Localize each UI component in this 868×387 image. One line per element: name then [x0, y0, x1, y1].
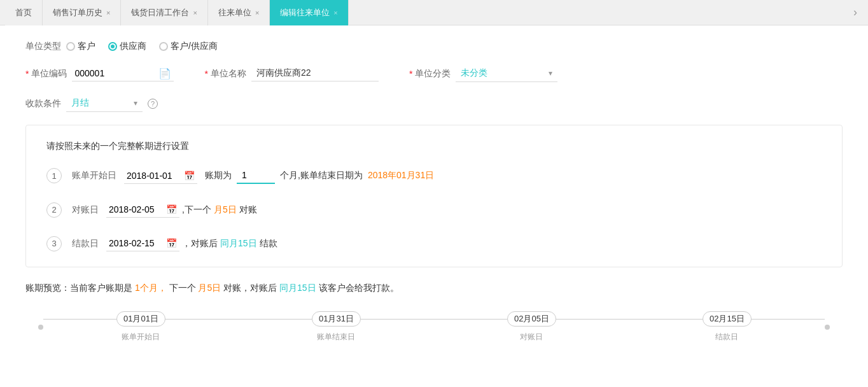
tab-edit-partner-label: 编辑往来单位: [280, 7, 330, 18]
page-content: 单位类型 客户 供应商 客户/供应商 * 单位编码: [0, 25, 868, 387]
preview-part1: 1个月，: [135, 283, 167, 293]
unit-code-input[interactable]: [72, 66, 156, 81]
step-3-number: 3: [46, 236, 62, 251]
timeline-node-1-label: 账单开始日: [122, 332, 160, 342]
step-2-date-wrap: 📅: [106, 202, 179, 218]
section-title: 请按照未来的一个完整帐期进行设置: [46, 141, 822, 152]
unit-name-star: *: [204, 69, 207, 79]
step-2-suffix-before: ,下一个: [182, 204, 211, 216]
unit-name-group: * 单位名称: [204, 66, 378, 81]
radio-both-circle: [159, 42, 168, 51]
preview-part4: 该客户会给我打款。: [319, 283, 399, 293]
payment-terms-help[interactable]: ?: [148, 99, 158, 109]
step-1-date-input[interactable]: [124, 168, 181, 183]
preview-text: 账期预览：当前客户账期是 1个月， 下一个 月5日 对账，对账后 同月15日 该…: [25, 280, 843, 296]
tab-partner-units[interactable]: 往来单位 ×: [208, 0, 270, 25]
tab-home[interactable]: 首页: [5, 0, 43, 25]
step-2-calendar-icon[interactable]: 📅: [164, 204, 179, 215]
unit-category-label: 单位分类: [415, 68, 451, 80]
timeline: 01月01日 账单开始日 01月31日 账单结束日 02月05日 对账日 02月…: [25, 311, 843, 342]
tab-cash-workbench-label: 钱货日清工作台: [131, 7, 189, 18]
timeline-start-dot: [38, 325, 43, 330]
tab-cash-workbench[interactable]: 钱货日清工作台 ×: [121, 0, 207, 25]
preview-part2-highlight: 月5日: [198, 283, 221, 293]
tab-sales-history-label: 销售订单历史: [53, 7, 102, 18]
tab-sales-history-close[interactable]: ×: [106, 9, 110, 17]
radio-supplier[interactable]: 供应商: [108, 41, 146, 52]
radio-both-label: 客户/供应商: [171, 41, 218, 52]
radio-customer[interactable]: 客户: [66, 41, 95, 52]
unit-name-label: 单位名称: [211, 68, 246, 80]
tab-partner-units-close[interactable]: ×: [255, 9, 259, 17]
preview-part2-before: 下一个: [169, 283, 196, 293]
timeline-node-2: 01月31日 账单结束日: [312, 311, 361, 342]
step-2-label: 对账日: [72, 204, 99, 216]
preview-part3-highlight: 同月15日: [279, 283, 316, 293]
payment-terms-select[interactable]: 月结 ▾: [66, 95, 143, 112]
unit-category-group: * 单位分类 未分类 ▾: [409, 65, 557, 82]
step-1-period-end: 2018年01月31日: [368, 170, 434, 181]
step-1-calendar-icon[interactable]: 📅: [181, 171, 197, 181]
timeline-node-2-bubble: 01月31日: [312, 311, 361, 327]
timeline-nodes: 01月01日 账单开始日 01月31日 账单结束日 02月05日 对账日 02月…: [43, 311, 825, 342]
step-1-period-unit: 个月,账单结束日期为: [280, 170, 363, 181]
radio-supplier-label: 供应商: [120, 41, 146, 52]
radio-both[interactable]: 客户/供应商: [159, 41, 218, 52]
radio-supplier-circle: [108, 42, 117, 51]
preview-label: 账期预览：当前客户账期是: [25, 283, 132, 293]
timeline-node-3-label: 对账日: [520, 332, 543, 342]
unit-details-row: * 单位编码 📄 * 单位名称 * 单位分类 未分类 ▾: [25, 65, 843, 82]
tabs-bar: 首页 销售订单历史 × 钱货日清工作台 × 往来单位 × 编辑往来单位 × ›: [0, 0, 868, 25]
payment-terms-value: 月结: [71, 97, 131, 109]
unit-code-group: * 单位编码 📄: [25, 66, 174, 81]
step-2-suffix-highlight: 月5日: [214, 204, 237, 216]
step-3-suffix-after: 结款: [260, 238, 277, 250]
step-2-suffix-after: 对账: [239, 204, 257, 216]
step-1-date-wrap: 📅: [124, 168, 197, 184]
step-1-number: 1: [46, 168, 62, 183]
timeline-node-4: 02月15日 结款日: [703, 311, 752, 342]
payment-terms-arrow: ▾: [134, 99, 137, 108]
unit-category-value: 未分类: [461, 67, 546, 79]
unit-category-star: *: [409, 69, 412, 79]
unit-type-radio-group: 客户 供应商 客户/供应商: [66, 41, 218, 52]
tab-cash-workbench-close[interactable]: ×: [193, 9, 197, 17]
tab-sales-history[interactable]: 销售订单历史 ×: [43, 0, 121, 25]
radio-customer-circle: [66, 42, 75, 51]
payment-terms-row: 收款条件 月结 ▾ ?: [25, 95, 843, 112]
unit-category-arrow: ▾: [549, 69, 552, 78]
timeline-node-3-bubble: 02月05日: [507, 311, 556, 327]
step-2-row: 2 对账日 📅 ,下一个 月5日 对账: [46, 202, 822, 218]
step-3-date-wrap: 📅: [106, 236, 179, 251]
timeline-node-3: 02月05日 对账日: [507, 311, 556, 342]
timeline-node-2-label: 账单结束日: [317, 332, 355, 342]
step-3-row: 3 结款日 📅 ，对账后 同月15日 结款: [46, 236, 822, 251]
step-1-label: 账单开始日: [72, 170, 116, 181]
preview-part3-before: 对账，对账后: [223, 283, 277, 293]
timeline-node-4-label: 结款日: [715, 332, 738, 342]
step-1-row: 1 账单开始日 📅 账期为 个月,账单结束日期为 2018年01月31日: [46, 167, 822, 184]
radio-customer-label: 客户: [78, 41, 95, 52]
step-3-suffix-before: ，对账后: [182, 238, 218, 250]
radio-supplier-dot: [111, 45, 115, 48]
timeline-end-dot: [825, 325, 830, 330]
timeline-node-4-bubble: 02月15日: [703, 311, 752, 327]
unit-type-row: 单位类型 客户 供应商 客户/供应商: [25, 41, 843, 52]
step-3-calendar-icon[interactable]: 📅: [164, 238, 179, 248]
step-1-period-input[interactable]: [237, 167, 275, 184]
tab-edit-partner-close[interactable]: ×: [333, 9, 337, 17]
timeline-node-1-bubble: 01月01日: [116, 311, 165, 327]
unit-code-icon[interactable]: 📄: [156, 67, 174, 80]
preview-section: 账期预览：当前客户账期是 1个月， 下一个 月5日 对账，对账后 同月15日 该…: [25, 267, 843, 342]
tab-edit-partner[interactable]: 编辑往来单位 ×: [270, 0, 348, 25]
unit-category-select[interactable]: 未分类 ▾: [456, 65, 557, 82]
tab-home-label: 首页: [15, 7, 32, 18]
unit-name-input[interactable]: [251, 66, 379, 81]
step-2-date-input[interactable]: [106, 202, 164, 217]
settings-section: 请按照未来的一个完整帐期进行设置 1 账单开始日 📅 账期为 个月,账单结束日期…: [25, 125, 843, 267]
step-2-number: 2: [46, 202, 62, 218]
tabs-arrow[interactable]: ›: [848, 6, 863, 19]
unit-code-input-wrap: 📄: [72, 66, 174, 81]
unit-code-star: *: [25, 69, 29, 79]
step-3-date-input[interactable]: [106, 236, 164, 251]
